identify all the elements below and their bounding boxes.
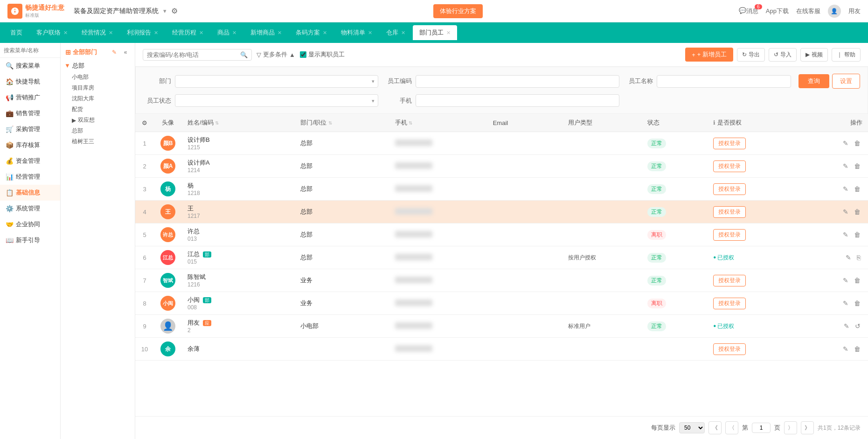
tab-bom[interactable]: 物料清单 ✕ (334, 25, 379, 40)
view-btn[interactable]: ▶ 视频 (800, 48, 828, 62)
row7-delete-btn[interactable]: 🗑 (852, 276, 862, 285)
add-employee-btn[interactable]: + + 新增员工 (685, 48, 733, 62)
tab-home[interactable]: 首页 (4, 25, 29, 40)
filter-phone-input[interactable] (416, 94, 619, 107)
row1-auth-btn[interactable]: 授权登录 (713, 138, 746, 149)
row3-auth-btn[interactable]: 授权登录 (713, 183, 746, 195)
tab-barcode-close[interactable]: ✕ (323, 30, 327, 36)
show-disabled-checkbox[interactable] (300, 51, 306, 58)
import-btn[interactable]: ↺ 导入 (769, 48, 797, 62)
tab-department[interactable]: 部门员工 ✕ (413, 25, 457, 40)
user-avatar[interactable]: 👤 (828, 5, 841, 18)
row5-delete-btn[interactable]: 🗑 (852, 230, 862, 239)
last-page-btn[interactable]: 》 (801, 421, 814, 434)
first-page-btn[interactable]: 《 (708, 421, 722, 434)
col-dept-sort-icon[interactable]: ⇅ (328, 120, 332, 125)
row7-auth-btn[interactable]: 授权登录 (713, 275, 746, 286)
search-input[interactable] (147, 51, 240, 58)
prev-page-btn[interactable]: 〈 (725, 421, 738, 434)
row2-edit-btn[interactable]: ✎ (841, 161, 850, 171)
message-wrap[interactable]: 💬 6 消息 (739, 7, 758, 15)
tab-goods-close[interactable]: ✕ (232, 30, 236, 36)
row6-edit-btn[interactable]: ✎ (844, 253, 853, 262)
more-conditions-btn[interactable]: ▽ 更多条件 ▲ (257, 50, 295, 59)
row3-edit-btn[interactable]: ✎ (841, 184, 850, 194)
row8-edit-btn[interactable]: ✎ (841, 299, 850, 308)
dept-child-tree[interactable]: 植树王三 (64, 136, 131, 147)
tab-department-close[interactable]: ✕ (446, 30, 451, 36)
sidebar-item-finance[interactable]: 💰 资金管理 (0, 153, 60, 169)
sidebar-item-nav[interactable]: 🏠 快捷导航 (0, 74, 60, 90)
dept-child-delivery[interactable]: 配货 (64, 104, 131, 115)
row7-edit-btn[interactable]: ✎ (841, 276, 850, 285)
row10-delete-btn[interactable]: 🗑 (852, 344, 862, 354)
tab-customer[interactable]: 客户联络 ✕ (30, 25, 74, 40)
filter-empcode-input[interactable] (416, 75, 619, 88)
row4-edit-btn[interactable]: ✎ (841, 207, 850, 216)
online-service-link[interactable]: 在线客服 (796, 7, 820, 15)
filter-empname-input[interactable] (657, 75, 791, 88)
dropdown-arrow-icon[interactable]: ▾ (163, 7, 167, 14)
tab-new-goods[interactable]: 新增商品 ✕ (244, 25, 288, 40)
row2-auth-btn[interactable]: 授权登录 (713, 160, 746, 172)
tab-profit[interactable]: 利润报告 ✕ (120, 25, 165, 40)
query-btn[interactable]: 查询 (799, 74, 829, 88)
row9-refresh-btn[interactable]: ↺ (853, 321, 862, 331)
row5-edit-btn[interactable]: ✎ (841, 230, 850, 239)
trial-btn[interactable]: 体验行业方案 (433, 4, 483, 18)
tab-customer-close[interactable]: ✕ (63, 30, 68, 36)
dept-child-shenyang[interactable]: 沈阳大库 (64, 93, 131, 104)
sidebar-item-sales[interactable]: 💼 销售管理 (0, 105, 60, 121)
sidebar-item-basic[interactable]: 📋 基础信息 (0, 185, 60, 201)
dept-child-project[interactable]: 项目库房 (64, 83, 131, 93)
settings-gear-icon[interactable]: ⚙ (171, 7, 178, 15)
sidebar-item-purchase[interactable]: 🛒 采购管理 (0, 121, 60, 137)
row6-copy-btn[interactable]: ⎘ (855, 253, 862, 262)
col-name-sort-icon[interactable]: ⇅ (215, 120, 219, 125)
tab-barcode[interactable]: 条码方案 ✕ (289, 25, 333, 40)
sidebar-item-mgmt[interactable]: 📊 经营管理 (0, 169, 60, 185)
row9-edit-btn[interactable]: ✎ (842, 321, 851, 331)
tab-new-goods-close[interactable]: ✕ (278, 30, 282, 36)
dept-child-double[interactable]: ▶双应想 (64, 115, 131, 125)
row1-delete-btn[interactable]: 🗑 (852, 139, 862, 148)
search-icon[interactable]: 🔍 (240, 51, 248, 58)
sidebar-item-inventory[interactable]: 📦 库存核算 (0, 137, 60, 153)
col-phone-sort-icon[interactable]: ⇅ (409, 120, 412, 125)
sidebar-item-search[interactable]: 🔍 搜索菜单 (0, 58, 60, 74)
row10-edit-btn[interactable]: ✎ (841, 344, 850, 354)
tab-history-close[interactable]: ✕ (199, 30, 203, 36)
tab-bom-close[interactable]: ✕ (368, 30, 372, 36)
filter-status-select[interactable] (175, 94, 378, 107)
tab-goods[interactable]: 商品 ✕ (211, 25, 243, 40)
sidebar-search-input[interactable] (4, 47, 61, 54)
row4-delete-btn[interactable]: 🗑 (852, 207, 862, 216)
dept-child-hq[interactable]: 总部 (64, 125, 131, 136)
row2-delete-btn[interactable]: 🗑 (852, 161, 862, 171)
export-btn[interactable]: ↻ 导出 (737, 48, 765, 62)
row5-auth-btn[interactable]: 授权登录 (713, 229, 746, 241)
col-settings-header[interactable]: ⚙ (135, 114, 154, 132)
tab-operation[interactable]: 经营情况 ✕ (75, 25, 119, 40)
row4-auth-btn[interactable]: 授权登录 (713, 206, 746, 218)
filter-dept-select[interactable] (175, 75, 378, 88)
page-size-select[interactable]: 50 20 100 (679, 422, 705, 433)
dept-edit-btn[interactable]: ✎ (110, 48, 119, 57)
tab-profit-close[interactable]: ✕ (154, 30, 158, 36)
dept-all-label[interactable]: ⊞ 全部部门 (65, 48, 97, 56)
help-btn[interactable]: ｜ 帮助 (832, 48, 861, 62)
page-input[interactable] (752, 423, 771, 433)
dept-expand-icon[interactable]: ▼ (64, 62, 70, 69)
col-phone-header[interactable]: 手机 ⇅ (389, 114, 487, 132)
tab-history[interactable]: 经营历程 ✕ (166, 25, 210, 40)
dept-collapse-btn[interactable]: « (121, 48, 130, 57)
row8-auth-btn[interactable]: 授权登录 (713, 298, 746, 309)
row10-auth-btn[interactable]: 授权登录 (713, 343, 746, 355)
row1-edit-btn[interactable]: ✎ (841, 139, 850, 148)
sidebar-item-marketing[interactable]: 📢 营销推广 (0, 90, 60, 105)
next-page-btn[interactable]: 〉 (784, 421, 797, 434)
set-btn[interactable]: 设置 (832, 74, 860, 89)
row3-delete-btn[interactable]: 🗑 (852, 184, 862, 194)
col-dept-header[interactable]: 部门/职位 ⇅ (295, 114, 389, 132)
tab-operation-close[interactable]: ✕ (109, 30, 113, 36)
